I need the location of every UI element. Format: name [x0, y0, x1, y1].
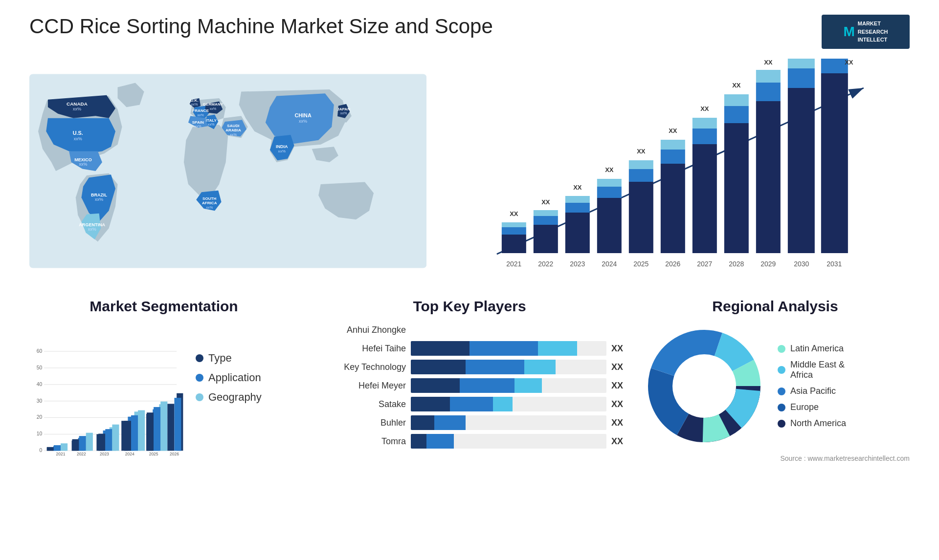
svg-text:2027: 2027 [697, 260, 713, 268]
world-map-svg: CANADA xx% U.S. xx% MEXICO xx% BRAZIL xx… [29, 59, 426, 283]
svg-rect-63 [724, 123, 749, 253]
seg-legend-type: Type [196, 352, 262, 365]
svg-rect-55 [661, 164, 685, 253]
player-row: Tomra XX [308, 434, 631, 449]
svg-text:xx%: xx% [230, 132, 237, 137]
player-name: Tomra [308, 436, 406, 447]
svg-text:xx%: xx% [88, 227, 96, 232]
bar-seg3 [514, 378, 542, 393]
seg-chart-wrapper: 0 10 20 30 40 50 60 [29, 323, 298, 459]
svg-rect-48 [597, 187, 622, 198]
svg-text:2023: 2023 [570, 260, 585, 268]
svg-rect-47 [597, 198, 622, 253]
svg-rect-69 [756, 70, 781, 83]
svg-rect-135 [147, 412, 154, 451]
svg-text:xx%: xx% [208, 122, 215, 127]
player-bar [411, 397, 606, 411]
svg-text:60: 60 [37, 348, 43, 354]
svg-rect-41 [534, 210, 558, 216]
svg-text:2021: 2021 [56, 452, 66, 456]
svg-rect-45 [565, 196, 590, 203]
svg-rect-61 [693, 118, 717, 129]
svg-text:xx%: xx% [195, 124, 201, 129]
player-bar [411, 378, 606, 393]
svg-text:2030: 2030 [794, 260, 809, 268]
na-label: North America [790, 418, 846, 429]
svg-text:xx%: xx% [73, 107, 81, 111]
svg-rect-37 [502, 222, 526, 227]
svg-text:2029: 2029 [761, 260, 776, 268]
svg-rect-139 [167, 404, 174, 451]
svg-rect-56 [661, 150, 685, 164]
bar-seg2 [460, 378, 514, 393]
segmentation-section: Market Segmentation 0 10 20 30 40 50 60 [29, 298, 298, 462]
reg-legend-apac: Asia Pacific [778, 386, 846, 396]
regional-title: Regional Analysis [641, 298, 910, 315]
bar-seg1 [411, 434, 426, 449]
svg-text:xx%: xx% [340, 111, 347, 115]
svg-rect-43 [565, 213, 590, 253]
app-dot [196, 374, 203, 382]
svg-text:XX: XX [700, 105, 709, 112]
svg-rect-68 [756, 83, 781, 101]
svg-rect-49 [597, 179, 622, 187]
svg-text:XX: XX [573, 184, 582, 191]
svg-rect-121 [61, 443, 67, 451]
europe-label: Europe [790, 402, 819, 412]
player-row: Buhler XX [308, 415, 631, 430]
player-val: XX [611, 381, 631, 391]
mea-dot [778, 366, 785, 374]
page: CCD Rice Sorting Machine Market Size and… [0, 0, 939, 560]
svg-rect-120 [54, 445, 61, 451]
svg-rect-125 [86, 433, 93, 451]
svg-rect-53 [629, 160, 653, 169]
app-label: Application [208, 371, 261, 384]
map-container: CANADA xx% U.S. xx% MEXICO xx% BRAZIL xx… [29, 59, 426, 283]
bottom-row: Market Segmentation 0 10 20 30 40 50 60 [29, 298, 910, 462]
logo-area: M MARKETRESEARCHINTELLECT [822, 15, 910, 49]
bar-seg2 [426, 434, 454, 449]
player-val: XX [611, 344, 631, 354]
players-list: Anhui Zhongke Hefei Taihe XX Ke [308, 323, 631, 449]
svg-text:xx%: xx% [74, 136, 82, 141]
reg-legend-mea: Middle East &Africa [778, 360, 846, 380]
svg-text:SAUDI: SAUDI [227, 124, 239, 128]
na-dot [778, 420, 785, 428]
player-row: Hefei Meyer XX [308, 378, 631, 393]
svg-rect-72 [788, 68, 815, 88]
svg-rect-119 [47, 447, 54, 451]
bar-seg2 [434, 415, 466, 430]
svg-text:10: 10 [37, 431, 43, 436]
bar-seg2 [450, 397, 493, 411]
player-bar [411, 415, 606, 430]
reg-legend-na: North America [778, 418, 846, 429]
svg-text:xx%: xx% [79, 162, 88, 167]
svg-rect-73 [788, 59, 815, 68]
donut-chart-svg [641, 323, 768, 450]
latin-dot [778, 345, 785, 353]
svg-text:XX: XX [845, 59, 853, 66]
player-row: Key Technology XX [308, 360, 631, 374]
svg-text:xx%: xx% [206, 205, 213, 210]
svg-text:XX: XX [605, 166, 614, 173]
apac-label: Asia Pacific [790, 386, 836, 396]
bar-chart-wrapper: XX XX XX XX [446, 59, 910, 274]
type-dot [196, 354, 203, 362]
svg-text:CANADA: CANADA [67, 101, 88, 107]
svg-text:xx%: xx% [197, 113, 204, 117]
svg-rect-124 [79, 436, 86, 451]
header: CCD Rice Sorting Machine Market Size and… [29, 15, 910, 49]
svg-text:XX: XX [637, 148, 646, 155]
logo-text: MARKETRESEARCHINTELLECT [858, 20, 888, 44]
svg-rect-60 [693, 129, 717, 144]
player-name: Hefei Taihe [308, 344, 406, 354]
svg-text:2026: 2026 [666, 260, 681, 268]
svg-rect-67 [756, 101, 781, 253]
logo-m-icon: M [843, 24, 854, 40]
svg-text:2022: 2022 [538, 260, 554, 268]
svg-text:XX: XX [541, 198, 550, 206]
player-row: Satake XX [308, 397, 631, 411]
svg-text:2024: 2024 [125, 452, 134, 456]
seg-legend: Type Application Geography [196, 352, 262, 404]
svg-text:XX: XX [764, 59, 773, 66]
